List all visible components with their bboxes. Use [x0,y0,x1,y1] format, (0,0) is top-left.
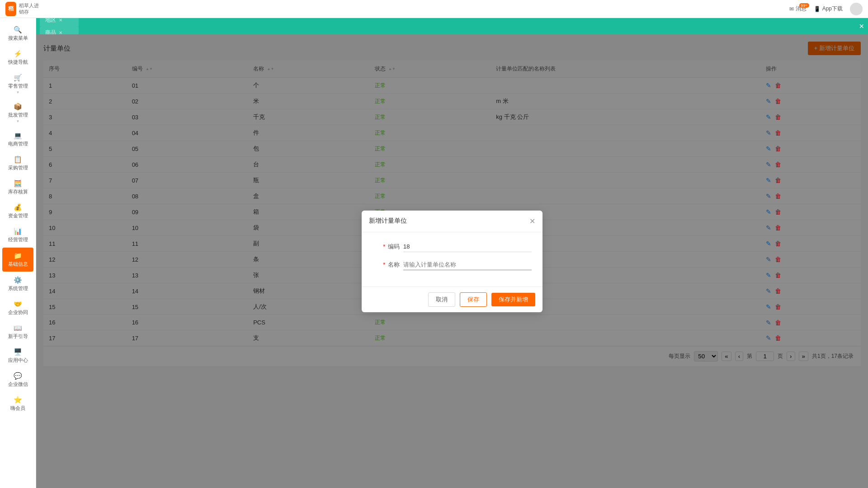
sidebar-label-14: 企业微信 [8,381,28,388]
app-download-btn[interactable]: 📱 App下载 [814,5,843,13]
code-input[interactable] [403,241,532,252]
page-content: 计量单位 + 新增计量单位 序号 编号 ▲▼ 名称 ▲▼ 状态 ▲▼ 计量单位匹… [36,34,868,488]
sidebar-label-13: 应用中心 [8,357,28,364]
sidebar-icon-10: ⚙️ [14,276,22,284]
sidebar-icon-5: 📋 [14,155,22,164]
sidebar-item-6[interactable]: 🧮库存核算 [0,175,36,199]
form-row-code: * 编码 [373,241,532,252]
name-input[interactable] [403,259,532,270]
form-row-name: * 名称 [373,259,532,270]
sidebar-label-0: 搜索菜单 [8,35,28,42]
tab-bar: 首页项目✕地区✕商品✕商品属性✕计量单位✕ ✕ [36,18,868,34]
logo-area: 稻 稻草人进销存 [5,2,42,16]
sidebar-icon-6: 🧮 [14,179,22,188]
sidebar-icon-14: 💬 [14,372,22,380]
sidebar-item-14[interactable]: 💬企业微信 [0,368,36,392]
sidebar-label-5: 采购管理 [8,164,28,171]
top-bar-right: ✉ 消息 99+ 📱 App下载 [789,3,863,15]
sidebar-item-7[interactable]: 💰资金管理 [0,199,36,223]
sidebar-arrow-2: ▼ [16,90,20,94]
sidebar-icon-7: 💰 [14,203,22,211]
sidebar-icon-8: 📊 [14,227,22,235]
avatar[interactable] [850,3,863,15]
sidebar-item-11[interactable]: 🤝企业协同 [0,296,36,320]
sidebar-scroll: 🔍搜索菜单⚡快捷导航🛒零售管理▼📦批发管理▼💻电商管理📋采购管理🧮库存核算💰资金… [0,22,36,488]
sidebar-item-1[interactable]: ⚡快捷导航 [0,46,36,70]
sidebar-icon-13: 🖥️ [14,348,22,356]
sidebar: 🔍搜索菜单⚡快捷导航🛒零售管理▼📦批发管理▼💻电商管理📋采购管理🧮库存核算💰资金… [0,18,36,488]
tab-2[interactable]: 地区✕ [40,18,79,26]
sidebar-arrow-3: ▼ [16,119,20,123]
sidebar-icon-12: 📖 [14,324,22,332]
sidebar-icon-3: 📦 [14,103,22,111]
sidebar-item-4[interactable]: 💻电商管理 [0,127,36,151]
sidebar-label-3: 批发管理 [8,112,28,118]
modal-title: 新增计量单位 [369,217,407,225]
sidebar-label-2: 零售管理 [8,83,28,89]
sidebar-label-8: 经营管理 [8,236,28,243]
tab-close-2[interactable]: ✕ [59,18,62,23]
modal-close-btn[interactable]: ✕ [529,217,535,225]
code-label: * 编码 [373,243,400,251]
messages-count-badge: 99+ [799,3,809,8]
sidebar-icon-1: ⚡ [14,50,22,58]
sidebar-label-7: 资金管理 [8,212,28,219]
sidebar-label-12: 新手引导 [8,333,28,340]
sidebar-item-5[interactable]: 📋采购管理 [0,151,36,175]
sidebar-item-9[interactable]: 📁基础信息 [2,248,33,272]
top-bar-left: 稻 稻草人进销存 [5,2,42,16]
sidebar-icon-0: 🔍 [14,26,22,34]
top-bar: 稻 稻草人进销存 ✉ 消息 99+ 📱 App下载 [0,0,868,18]
sidebar-item-2[interactable]: 🛒零售管理▼ [0,70,36,99]
sidebar-item-3[interactable]: 📦批发管理▼ [0,99,36,127]
sidebar-label-1: 快捷导航 [8,59,28,66]
phone-icon: 📱 [814,6,821,12]
sidebar-item-0[interactable]: 🔍搜索菜单 [0,22,36,46]
sidebar-label-6: 库存核算 [8,188,28,195]
sidebar-item-12[interactable]: 📖新手引导 [0,320,36,344]
modal-footer: 取消 保存 保存并新增 [362,286,542,312]
save-button[interactable]: 保存 [460,292,487,307]
tab-label-2: 地区 [45,18,56,24]
messages-btn[interactable]: ✉ 消息 99+ [789,5,807,13]
add-unit-modal: 新增计量单位 ✕ * 编码 * [362,211,542,312]
modal-body: * 编码 * 名称 [362,232,542,286]
sidebar-icon-4: 💻 [14,131,22,140]
message-icon: ✉ [789,6,794,12]
sidebar-icon-2: 🛒 [14,74,22,82]
sidebar-label-15: 嗨会员 [10,405,25,412]
sidebar-label-10: 系统管理 [8,285,28,292]
sidebar-icon-15: ⭐ [14,396,22,404]
sidebar-icon-9: 📁 [14,252,22,260]
sidebar-item-8[interactable]: 📊经营管理 [0,223,36,247]
main-layout: 🔍搜索菜单⚡快捷导航🛒零售管理▼📦批发管理▼💻电商管理📋采购管理🧮库存核算💰资金… [0,18,868,488]
required-star: * [383,243,385,250]
cancel-button[interactable]: 取消 [428,292,455,307]
sidebar-label-9: 基础信息 [8,261,28,267]
modal-overlay[interactable]: 新增计量单位 ✕ * 编码 * [36,34,868,488]
logo-icon: 稻 [5,2,16,16]
save-and-new-button[interactable]: 保存并新增 [491,293,535,306]
main-panel: 首页项目✕地区✕商品✕商品属性✕计量单位✕ ✕ 计量单位 + 新增计量单位 序号… [36,18,868,488]
sidebar-item-10[interactable]: ⚙️系统管理 [0,272,36,296]
modal-header: 新增计量单位 ✕ [362,211,542,232]
logo-text: 稻草人进销存 [19,3,42,14]
app-download-label: App下载 [822,5,843,13]
name-label: * 名称 [373,261,400,269]
tab-bar-close-btn[interactable]: ✕ [859,23,864,30]
sidebar-item-15[interactable]: ⭐嗨会员 [0,392,36,416]
sidebar-item-13[interactable]: 🖥️应用中心 [0,344,36,368]
required-star-2: * [383,261,385,268]
sidebar-icon-11: 🤝 [14,300,22,308]
sidebar-label-4: 电商管理 [8,141,28,147]
sidebar-label-11: 企业协同 [8,309,28,316]
